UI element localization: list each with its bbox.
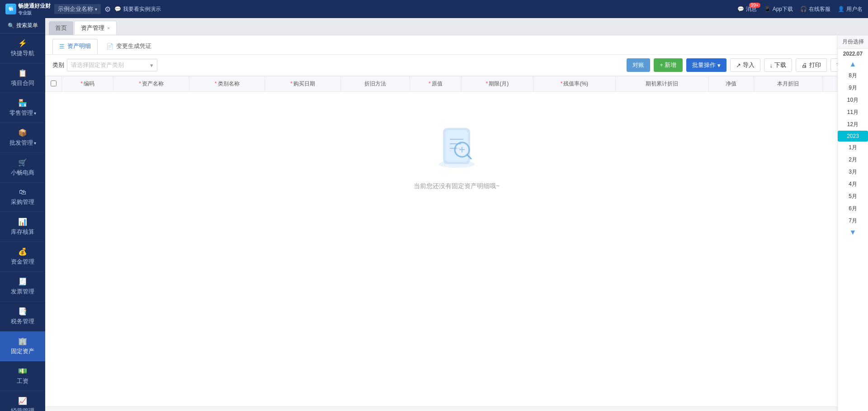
sidebar-item-operations[interactable]: 📈 经营管理 <box>0 391 45 411</box>
ecommerce-icon: 🛒 <box>18 158 27 167</box>
user-icon: 👤 <box>838 6 844 12</box>
content-area: 首页 资产管理 × ☰ 资产明细 📄 变更生成凭证 <box>45 18 868 411</box>
download-icon: 📱 <box>764 6 771 12</box>
month-item-12[interactable]: 12月 <box>838 118 868 131</box>
col-name: *资产名称 <box>113 76 189 92</box>
sidebar-item-salary[interactable]: 💵 工资 <box>0 361 45 391</box>
col-period: *期限(月) <box>462 76 533 92</box>
print-icon: 🖨 <box>802 62 807 69</box>
sidebar-item-finance[interactable]: 💰 资金管理 <box>0 242 45 272</box>
online-service-button[interactable]: 🎧 在线客服 <box>800 5 830 13</box>
table-wrapper: *编码 *资产名称 *类别名称 *购买日期 折旧方法 *原值 *期限(月) *残… <box>45 76 868 406</box>
month-item-11[interactable]: 11月 <box>838 106 868 118</box>
month-item-6[interactable]: 6月 <box>838 203 868 215</box>
invoice-icon: 🧾 <box>18 277 27 286</box>
year-2023-badge[interactable]: 2023 <box>838 131 868 142</box>
main-layout: 🔍 搜索菜单 ⚡ 快捷导航 📋 项目合同 🏪 零售管理 ▾ 📦 批发管理 ▾ <box>0 18 868 411</box>
toolbar: 类别 请选择固定资产类别 ▾ 对账 + 新增 批量操作 ▾ <box>45 55 868 76</box>
month-item-1[interactable]: 1月 <box>838 142 868 154</box>
project-icon: 📋 <box>18 69 27 77</box>
month-item-3[interactable]: 3月 <box>838 166 868 178</box>
month-item-4[interactable]: 4月 <box>838 178 868 190</box>
month-down-arrow[interactable]: ▼ <box>848 227 858 238</box>
tab-asset-management[interactable]: 资产管理 × <box>74 21 117 35</box>
sidebar: 🔍 搜索菜单 ⚡ 快捷导航 📋 项目合同 🏪 零售管理 ▾ 📦 批发管理 ▾ <box>0 18 45 411</box>
col-net-value: 净值 <box>708 76 754 92</box>
user-button[interactable]: 👤 用户名 <box>838 5 863 13</box>
message-icon: 💬 <box>737 6 744 12</box>
bottom-scrollbar[interactable] <box>45 406 868 411</box>
sidebar-item-purchase[interactable]: 🛍 采购管理 <box>0 183 45 212</box>
sidebar-item-fixed-assets[interactable]: 🏢 固定资产 <box>0 331 45 361</box>
col-accumulated-dep: 期初累计折旧 <box>616 76 709 92</box>
sidebar-item-ecommerce[interactable]: 🛒 小畅电商 <box>0 153 45 183</box>
finance-icon: 💰 <box>18 247 27 256</box>
purchase-icon: 🛍 <box>19 188 26 196</box>
chevron-icon: ▾ <box>34 111 36 116</box>
sidebar-item-invoice[interactable]: 🧾 发票管理 <box>0 272 45 302</box>
month-item-2[interactable]: 2月 <box>838 154 868 166</box>
select-all-checkbox-header[interactable] <box>46 76 62 92</box>
month-item-10[interactable]: 10月 <box>838 94 868 106</box>
fixed-assets-icon: 🏢 <box>18 337 27 345</box>
import-button[interactable]: ↗ 导入 <box>730 58 760 72</box>
tab-close-button[interactable]: × <box>107 25 110 31</box>
logo-icon: 畅 <box>5 4 16 14</box>
sub-tab-bar: ☰ 资产明细 📄 变更生成凭证 <box>45 35 868 55</box>
col-monthly-dep: 本月折旧 <box>754 76 823 92</box>
batch-operation-button[interactable]: 批量操作 ▾ <box>686 58 726 72</box>
month-item-8[interactable]: 8月 <box>838 70 868 82</box>
empty-state: 当前您还没有固定资产明细哦~ <box>45 92 868 217</box>
month-up-arrow[interactable]: ▲ <box>848 59 858 70</box>
select-all-checkbox[interactable] <box>51 80 57 86</box>
empty-text: 当前您还没有固定资产明细哦~ <box>414 182 500 190</box>
sidebar-search[interactable]: 🔍 搜索菜单 <box>0 18 45 33</box>
sidebar-item-quick-nav[interactable]: ⚡ 快捷导航 <box>0 33 45 63</box>
top-bar-right: 💬 消息 99+ 📱 App下载 🎧 在线客服 👤 用户名 <box>737 5 863 13</box>
month-item-5[interactable]: 5月 <box>838 190 868 203</box>
table-header-row: *编码 *资产名称 *类别名称 *购买日期 折旧方法 *原值 *期限(月) *残… <box>46 76 868 92</box>
col-residual-rate: *残值率(%) <box>533 76 615 92</box>
search-icon: 🔍 <box>8 23 14 29</box>
download-button[interactable]: ↓ 下载 <box>764 58 793 72</box>
reconcile-button[interactable]: 对账 <box>627 58 650 72</box>
doc-icon: 📄 <box>106 43 113 50</box>
app-name: 畅捷通好业财 专业版 <box>18 2 51 16</box>
message-button[interactable]: 💬 消息 99+ <box>737 5 757 13</box>
month-item-7[interactable]: 7月 <box>838 215 868 227</box>
category-dropdown[interactable]: 请选择固定资产类别 ▾ <box>67 59 157 71</box>
sidebar-item-retail[interactable]: 🏪 零售管理 ▾ <box>0 93 45 123</box>
top-bar-left: 畅 畅捷通好业财 专业版 示例企业名称 ▾ ⚙ 💬 我要看实例演示 <box>5 2 161 16</box>
sidebar-item-project-contract[interactable]: 📋 项目合同 <box>0 63 45 93</box>
print-button[interactable]: 🖨 打印 <box>796 58 827 72</box>
app-download-button[interactable]: 📱 App下载 <box>764 5 793 13</box>
sidebar-item-tax[interactable]: 📑 税务管理 <box>0 302 45 331</box>
col-purchase-date: *购买日期 <box>265 76 341 92</box>
demo-icon: 💬 <box>114 6 121 12</box>
message-badge: 99+ <box>749 3 760 8</box>
operations-icon: 📈 <box>18 397 27 405</box>
empty-illustration <box>429 119 484 173</box>
import-icon: ↗ <box>736 62 741 69</box>
dropdown-arrow-icon: ▾ <box>150 62 153 69</box>
batch-arrow-icon: ▾ <box>717 62 721 69</box>
sub-tab-change-voucher[interactable]: 📄 变更生成凭证 <box>99 39 158 54</box>
demo-link[interactable]: 💬 我要看实例演示 <box>114 5 161 13</box>
category-label: 类别 <box>52 61 64 69</box>
month-panel-header: 月份选择 <box>838 35 868 49</box>
month-panel: 月份选择 2022.07 ▲ 8月 9月 10月 11月 12月 2023 1月… <box>837 35 868 411</box>
add-button[interactable]: + 新增 <box>654 58 682 72</box>
page-content: ☰ 资产明细 📄 变更生成凭证 类别 请选择固定资产类别 ▾ <box>45 35 868 411</box>
tax-icon: 📑 <box>18 307 27 316</box>
download-icon2: ↓ <box>770 62 773 69</box>
sidebar-item-inventory[interactable]: 📊 库存核算 <box>0 212 45 242</box>
settings-button[interactable]: ⚙ <box>104 5 111 14</box>
tab-home[interactable]: 首页 <box>49 21 73 35</box>
sub-tab-asset-detail[interactable]: ☰ 资产明细 <box>52 39 98 54</box>
month-item-9[interactable]: 9月 <box>838 82 868 94</box>
col-category: *类别名称 <box>189 76 265 92</box>
wholesale-icon: 📦 <box>18 128 27 137</box>
category-filter: 类别 请选择固定资产类别 ▾ <box>52 59 157 71</box>
company-selector[interactable]: 示例企业名称 ▾ <box>54 4 101 14</box>
sidebar-item-wholesale[interactable]: 📦 批发管理 ▾ <box>0 123 45 153</box>
